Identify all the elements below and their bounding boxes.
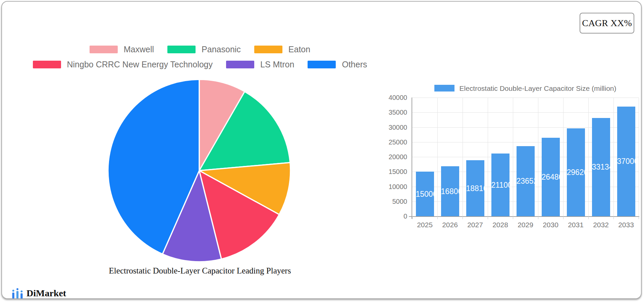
pie-legend-row: MaxwellPanasonicEaton xyxy=(2,44,398,55)
bar-2029: 23652 xyxy=(517,146,535,216)
bar-value-label: 15000 xyxy=(416,190,434,198)
x-axis-tick xyxy=(613,216,614,219)
legend-item-panasonic[interactable]: Panasonic xyxy=(167,45,241,54)
gridline-vertical xyxy=(513,98,513,216)
legend-swatch-maxwell xyxy=(90,46,118,53)
bar-value-label: 26480 xyxy=(542,173,560,181)
x-axis-tick xyxy=(639,216,639,219)
legend-swatch-ningbo-crrc-new-energy-technology xyxy=(33,61,61,68)
gridline-vertical xyxy=(538,98,538,216)
legend-item-ls-mtron[interactable]: LS Mtron xyxy=(226,60,294,69)
bar-2026: 16800 xyxy=(441,166,459,216)
brand-logo: DiMarket xyxy=(11,287,66,299)
report-card: CAGR XX% MaxwellPanasonicEatonNingbo CRR… xyxy=(1,1,642,299)
gridline-vertical xyxy=(613,98,614,216)
legend-label: Eaton xyxy=(288,45,310,54)
pie-legend-row: Ningbo CRRC New Energy TechnologyLS Mtro… xyxy=(2,59,398,70)
bar-legend-label: Electrostatic Double-Layer Capacitor Siz… xyxy=(459,85,616,92)
bar-2027: 18816 xyxy=(466,160,484,216)
x-axis-line xyxy=(409,216,639,217)
legend-swatch-eaton xyxy=(254,46,282,53)
legend-label: Ningbo CRRC New Energy Technology xyxy=(67,60,213,69)
gridline-vertical xyxy=(463,98,463,216)
x-category-label: 2030 xyxy=(538,221,563,228)
gridline-vertical xyxy=(437,98,438,216)
cagr-label: CAGR XX% xyxy=(582,18,632,28)
pie-legend: MaxwellPanasonicEatonNingbo CRRC New Ene… xyxy=(2,44,398,74)
bar-chart-plot: 0500010000150002000025000300003500040000… xyxy=(412,98,639,216)
legend-item-maxwell[interactable]: Maxwell xyxy=(90,45,154,54)
legend-swatch-ls-mtron xyxy=(226,61,254,68)
y-tick-label: 0 xyxy=(357,213,407,220)
legend-label: Others xyxy=(342,60,367,69)
x-axis-tick xyxy=(588,216,589,219)
x-category-label: 2033 xyxy=(613,221,639,228)
bar-2028: 21100 xyxy=(491,154,509,216)
legend-item-others[interactable]: Others xyxy=(308,60,367,69)
bar-value-label: 16800 xyxy=(441,188,459,195)
x-category-label: 2031 xyxy=(563,221,588,228)
y-tick-label: 30000 xyxy=(357,124,407,131)
x-category-label: 2029 xyxy=(513,221,538,228)
x-axis-tick xyxy=(513,216,513,219)
bar-2025: 15000 xyxy=(416,172,434,216)
legend-item-ningbo-crrc-new-energy-technology[interactable]: Ningbo CRRC New Energy Technology xyxy=(33,60,213,69)
gridline-vertical xyxy=(588,98,589,216)
x-category-label: 2026 xyxy=(437,221,463,228)
y-tick-label: 35000 xyxy=(357,109,407,116)
pie-chart-title: Electrostatic Double-Layer Capacitor Lea… xyxy=(2,266,398,276)
y-tick-label: 15000 xyxy=(357,168,407,175)
gridline-horizontal xyxy=(412,112,639,113)
pie-chart xyxy=(104,75,295,266)
gridline-vertical xyxy=(488,98,488,216)
bar-2030: 26480 xyxy=(542,138,560,216)
bar-value-label: 33134 xyxy=(592,163,610,171)
gridline-vertical xyxy=(563,98,564,216)
y-tick-label: 40000 xyxy=(357,94,407,101)
x-axis-tick xyxy=(463,216,463,219)
legend-swatch-others xyxy=(308,61,336,68)
x-category-label: 2027 xyxy=(463,221,488,228)
bar-legend-item[interactable]: Electrostatic Double-Layer Capacitor Siz… xyxy=(412,84,639,93)
x-category-label: 2028 xyxy=(488,221,513,228)
bar-value-label: 18816 xyxy=(466,185,484,192)
x-axis-tick xyxy=(538,216,538,219)
bar-2033: 37000 xyxy=(617,107,635,216)
bar-value-label: 23652 xyxy=(517,177,535,185)
x-axis-tick xyxy=(437,216,438,219)
x-category-label: 2025 xyxy=(412,221,437,228)
x-axis-tick xyxy=(412,216,413,219)
x-axis-tick xyxy=(488,216,488,219)
x-axis-tick xyxy=(563,216,564,219)
legend-label: Panasonic xyxy=(202,45,241,54)
gridline-horizontal xyxy=(412,98,639,98)
bar-2031: 29620 xyxy=(567,128,585,216)
y-tick-label: 20000 xyxy=(357,154,407,160)
logo-bar-chart-icon xyxy=(11,287,23,299)
bar-value-label: 29620 xyxy=(567,169,585,176)
legend-item-eaton[interactable]: Eaton xyxy=(254,45,310,54)
legend-swatch-panasonic xyxy=(167,46,196,53)
y-axis-line xyxy=(412,98,412,219)
y-tick-label: 5000 xyxy=(357,198,407,205)
bar-2032: 33134 xyxy=(592,118,610,216)
bar-legend-swatch xyxy=(434,85,454,92)
legend-label: Maxwell xyxy=(124,45,154,54)
bar-value-label: 37000 xyxy=(617,158,635,165)
x-category-label: 2032 xyxy=(588,221,613,228)
legend-label: LS Mtron xyxy=(260,60,294,69)
bar-value-label: 21100 xyxy=(491,181,509,189)
y-tick-label: 10000 xyxy=(357,183,407,190)
cagr-badge: CAGR XX% xyxy=(580,13,634,34)
gridline-vertical xyxy=(639,98,639,216)
y-tick-label: 25000 xyxy=(357,139,407,145)
brand-name: DiMarket xyxy=(26,289,66,298)
